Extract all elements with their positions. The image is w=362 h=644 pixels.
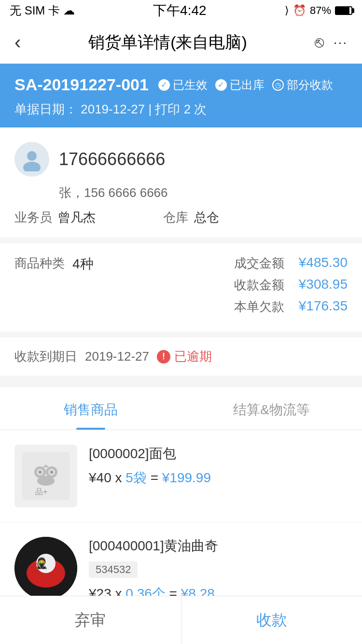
nav-right: ⎋ ···	[315, 33, 348, 51]
overdue-badge: ! 已逾期	[157, 348, 212, 365]
customer-id: 17666666666	[59, 149, 165, 169]
order-id: SA-20191227-001	[14, 75, 149, 94]
tab-settlement[interactable]: 结算&物流等	[181, 387, 362, 430]
sales-person: 业务员 曾凡杰	[14, 209, 96, 226]
product-type-value: 4种	[72, 255, 94, 273]
tab-sales-products[interactable]: 销售商品	[0, 387, 181, 430]
warehouse: 仓库 总仓	[163, 209, 219, 226]
customer-section: 17666666666 张，156 6666 6666 业务员 曾凡杰 仓库 总…	[0, 127, 362, 238]
summary-section: 商品种类 4种 成交金额 ¥485.30 收款金额 ¥308.95 本单欠款 ¥…	[0, 243, 362, 332]
customer-meta: 业务员 曾凡杰 仓库 总仓	[14, 209, 348, 226]
trading-amount-row: 成交金额 ¥485.30	[234, 255, 348, 272]
product-total-1: ¥199.99	[162, 470, 211, 485]
overdue-icon: !	[157, 350, 170, 364]
alarm-icon: ⏰	[293, 4, 306, 17]
tabs-section: 销售商品 结算&物流等	[0, 387, 362, 430]
sim-status: 无 SIM 卡 ☁	[10, 3, 75, 18]
status-bar-right: ⟩ ⏰ 87%	[285, 4, 352, 17]
bottom-bar: 弃审 收款	[0, 596, 362, 644]
status-bar-left: 无 SIM 卡 ☁	[10, 3, 75, 18]
product-item-1: 品+ [0000002]面包 ¥40 x 5袋 = ¥199.99	[0, 430, 362, 522]
debt-row: 本单欠款 ¥176.35	[234, 298, 348, 315]
badge-shipped-label: 已出库	[230, 77, 265, 93]
status-bar-time: 下午4:42	[153, 1, 207, 20]
svg-point-8	[50, 471, 53, 474]
product-batch-2: 534532	[89, 561, 138, 578]
divider	[0, 381, 362, 387]
customer-top: 17666666666	[14, 142, 348, 177]
order-date-row: 单据日期： 2019-12-27 | 打印 2 次	[14, 101, 348, 118]
received-amount-value: ¥308.95	[299, 277, 348, 294]
debt-label: 本单欠款	[234, 298, 284, 315]
check-icon-1: ✓	[158, 79, 170, 91]
overdue-text: 已逾期	[174, 348, 212, 365]
sales-value: 曾凡杰	[58, 209, 96, 226]
summary-right: 成交金额 ¥485.30 收款金额 ¥308.95 本单欠款 ¥176.35	[234, 255, 348, 320]
products-section: 品+ [0000002]面包 ¥40 x 5袋 = ¥199.99 🥷	[0, 430, 362, 618]
product-equals-1: =	[151, 470, 162, 485]
product-info-2: [000400001]黄油曲奇 534532 ¥23 x 0.36个 = ¥8.…	[89, 537, 348, 603]
product-name-1: [0000002]面包	[89, 445, 348, 463]
svg-point-7	[39, 471, 42, 474]
check-icon-2: ✓	[215, 79, 227, 91]
customer-sub: 张，156 6666 6666	[14, 184, 348, 201]
due-date-value: 2019-12-27	[85, 349, 149, 364]
summary-left: 商品种类 4种	[14, 255, 94, 273]
product-img-1: 品+	[14, 445, 77, 507]
avatar-icon	[20, 147, 44, 171]
product-type-row: 商品种类 4种	[14, 255, 94, 273]
clock-icon: ◷	[272, 79, 284, 91]
received-amount-row: 收款金额 ¥308.95	[234, 277, 348, 294]
status-bar: 无 SIM 卡 ☁ 下午4:42 ⟩ ⏰ 87%	[0, 0, 362, 21]
badge-partial: ◷ 部分收款	[272, 77, 333, 93]
more-icon[interactable]: ···	[334, 35, 348, 50]
product-type-label: 商品种类	[14, 255, 65, 273]
location-icon: ⟩	[285, 4, 289, 17]
product-multiply-1: x	[115, 470, 126, 485]
svg-text:🥷: 🥷	[35, 557, 48, 570]
product-name-2: [000400001]黄油曲奇	[89, 537, 348, 555]
product-img-2: 🥷	[14, 537, 77, 600]
battery-status: 87%	[310, 4, 331, 17]
confirm-button[interactable]: 收款	[181, 596, 362, 644]
product-unit-price-1: ¥40	[89, 470, 111, 485]
tabs-row: 销售商品 结算&物流等	[0, 387, 362, 430]
badge-partial-label: 部分收款	[287, 77, 333, 93]
received-amount-label: 收款金额	[234, 277, 284, 294]
warehouse-value: 总仓	[194, 209, 219, 226]
sales-label: 业务员	[14, 209, 52, 226]
product-price-1: ¥40 x 5袋 = ¥199.99	[89, 469, 348, 487]
due-section: 收款到期日 2019-12-27 ! 已逾期	[0, 337, 362, 376]
debt-value: ¥176.35	[299, 298, 348, 315]
badge-active: ✓ 已生效	[158, 77, 208, 93]
order-date-label: 单据日期：	[14, 102, 77, 116]
svg-text:品+: 品+	[35, 488, 47, 496]
order-badges: ✓ 已生效 ✓ 已出库 ◷ 部分收款	[158, 77, 333, 93]
cancel-button[interactable]: 弃审	[0, 596, 181, 644]
trading-amount-label: 成交金额	[234, 255, 284, 272]
badge-shipped: ✓ 已出库	[215, 77, 265, 93]
battery-icon	[335, 6, 352, 15]
nav-left: ‹	[14, 31, 21, 53]
order-print-info: | 打印 2 次	[148, 102, 207, 116]
product-info-1: [0000002]面包 ¥40 x 5袋 = ¥199.99	[89, 445, 348, 487]
trading-amount-value: ¥485.30	[299, 255, 348, 272]
product-qty-1: 5袋	[125, 470, 147, 485]
svg-point-1	[23, 162, 41, 171]
order-date-value: 2019-12-27	[81, 102, 145, 116]
order-header: SA-20191227-001 ✓ 已生效 ✓ 已出库 ◷ 部分收款 单据日期：…	[0, 64, 362, 127]
svg-point-0	[27, 151, 37, 161]
svg-point-9	[37, 476, 55, 486]
badge-active-label: 已生效	[173, 77, 208, 93]
due-date-label: 收款到期日	[14, 348, 77, 365]
nav-title: 销货单详情(来自电脑)	[88, 31, 247, 54]
product-img-2-svg: 🥷	[14, 537, 77, 600]
product-placeholder-img: 品+	[22, 452, 70, 500]
back-button[interactable]: ‹	[14, 31, 21, 53]
avatar	[14, 142, 49, 177]
share-icon[interactable]: ⎋	[315, 33, 324, 51]
nav-bar: ‹ 销货单详情(来自电脑) ⎋ ···	[0, 21, 362, 64]
warehouse-label: 仓库	[163, 209, 188, 226]
